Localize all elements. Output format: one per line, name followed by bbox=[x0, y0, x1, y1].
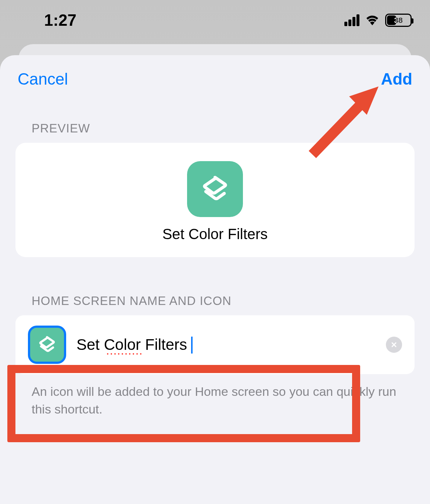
footer-description: An icon will be added to your Home scree… bbox=[0, 374, 430, 418]
status-bar: 1:27 38 bbox=[0, 0, 430, 44]
svg-marker-1 bbox=[349, 86, 379, 115]
battery-level: 38 bbox=[386, 16, 411, 25]
cancel-button[interactable]: Cancel bbox=[18, 70, 68, 88]
homescreen-section-header: Home Screen Name and Icon bbox=[0, 294, 430, 308]
preview-label: Set Color Filters bbox=[162, 226, 268, 242]
name-input-card bbox=[15, 315, 415, 374]
add-to-home-sheet: Cancel Add Preview Set Color Filters Hom… bbox=[0, 55, 430, 504]
status-time: 1:27 bbox=[44, 11, 76, 29]
shortcut-icon-picker[interactable] bbox=[28, 326, 66, 364]
spellcheck-underline bbox=[106, 353, 142, 355]
shortcut-name-input[interactable] bbox=[76, 336, 376, 354]
add-button[interactable]: Add bbox=[381, 70, 412, 88]
cellular-icon bbox=[344, 14, 359, 26]
battery-icon: 38 bbox=[385, 14, 412, 27]
clear-text-button[interactable] bbox=[386, 337, 402, 353]
wifi-icon bbox=[365, 14, 380, 27]
shortcut-preview-icon bbox=[187, 161, 243, 217]
preview-card: Set Color Filters bbox=[15, 143, 415, 257]
status-indicators: 38 bbox=[344, 14, 412, 27]
close-icon bbox=[390, 341, 398, 348]
preview-section-header: Preview bbox=[0, 121, 430, 135]
text-cursor bbox=[191, 337, 193, 354]
nav-bar: Cancel Add bbox=[0, 70, 430, 88]
